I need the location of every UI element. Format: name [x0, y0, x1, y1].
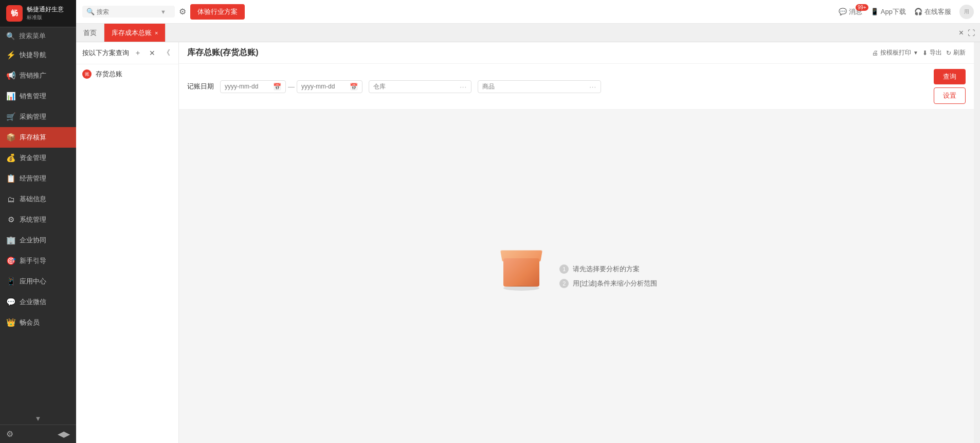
filter-item-inventory-ledger[interactable]: 账 存货总账 [76, 64, 178, 84]
industry-solution-button[interactable]: 体验行业方案 [190, 4, 245, 20]
topbar-search-input[interactable] [97, 8, 158, 15]
tab-controls: × ⛶ [954, 24, 980, 42]
warehouse-input[interactable] [373, 83, 458, 90]
online-service-label: 在线客服 [924, 7, 951, 16]
goods-input[interactable] [482, 83, 587, 90]
basic-icon: 🗂 [6, 195, 15, 204]
page-title: 库存总账(存货总账) [187, 47, 259, 58]
tab-home-label: 首页 [83, 28, 97, 38]
date-end-input[interactable]: 📅 [297, 80, 362, 93]
sidebar-item-appstore[interactable]: 📱 应用中心 [0, 271, 76, 292]
shortcut-icon: ⚡ [6, 50, 15, 60]
date-range: 📅 — 📅 [220, 80, 362, 93]
empty-state: 1 请先选择要分析的方案 2 用[过滤]条件来缩小分析范围 [179, 110, 974, 443]
sidebar-item-label: 新手引导 [20, 256, 46, 265]
empty-icon [496, 251, 547, 302]
sidebar-scroll-down[interactable]: ▼ [0, 413, 76, 424]
warehouse-select[interactable]: ··· [369, 80, 471, 93]
date-start-input[interactable]: 📅 [220, 80, 286, 93]
sidebar-item-label: 资金管理 [20, 153, 46, 163]
sidebar-item-member[interactable]: 👑 畅会员 [0, 312, 76, 333]
topbar-search-area[interactable]: 🔍 ▼ [82, 6, 175, 17]
sidebar-item-enterprise[interactable]: 🏢 企业协同 [0, 230, 76, 251]
main-area: 🔍 ▼ ⚙ 体验行业方案 💬 消息 99+ 📱 App下载 🎧 在线客服 用 [76, 0, 980, 443]
collapse-filter-button[interactable]: 《 [161, 47, 172, 59]
tab-close-icon[interactable]: × [155, 30, 158, 36]
date-separator: — [288, 83, 295, 91]
tab-home[interactable]: 首页 [76, 24, 104, 42]
sidebar-item-label: 采购管理 [20, 112, 46, 121]
sidebar-item-label: 库存核算 [20, 133, 46, 142]
sidebar-search-menu[interactable]: 🔍 搜索菜单 [0, 27, 76, 45]
sidebar-item-label: 快捷导航 [20, 50, 46, 60]
filter-panel-title: 按以下方案查询 [82, 48, 129, 58]
sidebar-item-wechat[interactable]: 💬 企业微信 [0, 292, 76, 312]
page-header: 库存总账(存货总账) 🖨 按模板打印 ▼ ⬇ 导出 ↻ 刷新 [179, 42, 974, 64]
sidebar-item-label: 系统管理 [20, 215, 46, 224]
goods-select[interactable]: ··· [478, 80, 601, 93]
calendar-start-icon[interactable]: 📅 [273, 83, 281, 91]
logo-subtitle: 标准版 [27, 14, 64, 21]
system-icon: ⚙ [6, 215, 15, 224]
warehouse-more-icon[interactable]: ··· [460, 83, 467, 91]
filter-item-icon: 账 [82, 69, 92, 79]
sidebar-item-system[interactable]: ⚙ 系统管理 [0, 209, 76, 230]
sidebar-item-marketing[interactable]: 📢 营销推广 [0, 65, 76, 86]
footer-collapse-icon[interactable]: ◀▶ [58, 429, 70, 439]
appstore-icon: 📱 [6, 277, 15, 286]
query-button[interactable]: 查询 [934, 69, 966, 84]
print-button[interactable]: 🖨 按模板打印 ▼ [872, 48, 918, 57]
sidebar-item-shortcut[interactable]: ⚡ 快捷导航 [0, 45, 76, 65]
sidebar-item-newbie[interactable]: 🎯 新手引导 [0, 251, 76, 271]
sidebar-item-basic[interactable]: 🗂 基础信息 [0, 189, 76, 209]
sidebar-item-label: 企业协同 [20, 236, 46, 245]
footer-settings-icon[interactable]: ⚙ [6, 429, 13, 439]
filter-panel-actions: ＋ ✕ 《 [132, 47, 172, 59]
sidebar-item-label: 基础信息 [20, 194, 46, 204]
refresh-button[interactable]: ↻ 刷新 [946, 48, 966, 57]
sidebar-search-label: 搜索菜单 [19, 31, 46, 41]
filter-panel: 按以下方案查询 ＋ ✕ 《 账 存货总账 [76, 42, 179, 443]
refresh-icon: ↻ [946, 49, 951, 57]
right-scrollbar [974, 42, 980, 443]
print-dropdown-icon[interactable]: ▼ [913, 50, 918, 56]
wechat-icon: 💬 [6, 297, 15, 307]
calendar-end-icon[interactable]: 📅 [350, 83, 358, 91]
sidebar-item-sales[interactable]: 📊 销售管理 [0, 86, 76, 107]
delete-filter-button[interactable]: ✕ [147, 47, 158, 59]
headset-icon: 🎧 [914, 8, 922, 15]
avatar[interactable]: 用 [959, 5, 974, 19]
tab-expand-icon[interactable]: ⛶ [968, 29, 975, 37]
empty-step-2: 2 用[过滤]条件来缩小分析范围 [559, 279, 657, 288]
sidebar-item-purchase[interactable]: 🛒 采购管理 [0, 107, 76, 127]
sidebar-item-finance[interactable]: 💰 资金管理 [0, 148, 76, 168]
goods-more-icon[interactable]: ··· [589, 83, 596, 91]
logo-icon: 畅 [6, 5, 23, 22]
main-panel: 库存总账(存货总账) 🖨 按模板打印 ▼ ⬇ 导出 ↻ 刷新 [179, 42, 974, 443]
message-icon: 💬 [839, 8, 847, 15]
date-end-field[interactable] [301, 83, 348, 90]
settings-button[interactable]: 设置 [934, 87, 966, 104]
date-start-field[interactable] [225, 83, 271, 90]
topbar-right: 💬 消息 99+ 📱 App下载 🎧 在线客服 用 [839, 5, 974, 19]
settings-gear-icon[interactable]: ⚙ [179, 7, 186, 16]
sidebar-item-label: 应用中心 [20, 277, 46, 286]
search-icon: 🔍 [6, 32, 15, 40]
sidebar-item-label: 营销推广 [20, 71, 46, 80]
sidebar-logo: 畅 畅捷通好生意 标准版 [0, 0, 76, 27]
sidebar-item-label: 企业微信 [20, 297, 46, 307]
sidebar-item-inventory[interactable]: 📦 库存核算 [0, 127, 76, 148]
messages-button[interactable]: 💬 消息 99+ [839, 7, 862, 16]
tab-close-panel-icon[interactable]: × [959, 28, 964, 38]
app-download-button[interactable]: 📱 App下载 [870, 7, 906, 16]
member-icon: 👑 [6, 318, 15, 327]
sidebar-item-operations[interactable]: 📋 经营管理 [0, 168, 76, 189]
tabbar: 首页 库存成本总账 × × ⛶ [76, 24, 980, 42]
sidebar-nav: ⚡ 快捷导航 📢 营销推广 📊 销售管理 🛒 采购管理 📦 库存核算 💰 资金管… [0, 45, 76, 413]
online-service-button[interactable]: 🎧 在线客服 [914, 7, 951, 16]
print-icon: 🖨 [872, 49, 878, 57]
export-button[interactable]: ⬇ 导出 [922, 48, 942, 57]
tab-inventory-ledger[interactable]: 库存成本总账 × [104, 24, 166, 42]
export-label: 导出 [930, 48, 942, 57]
add-filter-button[interactable]: ＋ [132, 47, 143, 59]
